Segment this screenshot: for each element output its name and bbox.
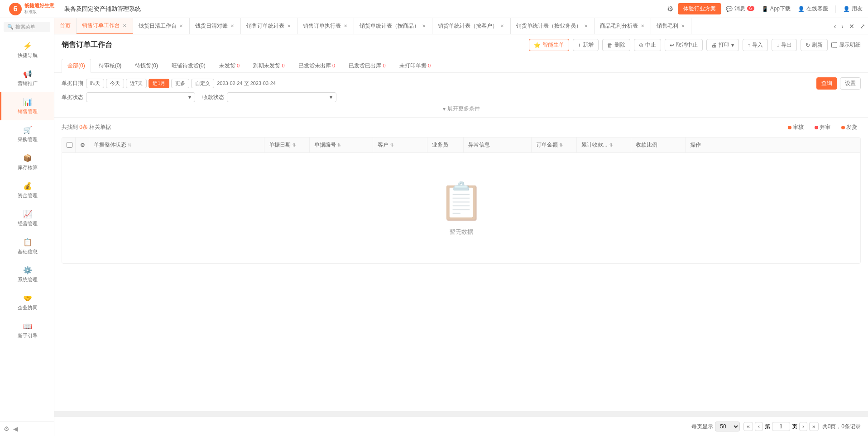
tab-close-icon[interactable]: ✕ (122, 23, 127, 28)
filter-settings-button[interactable]: 设置 (840, 77, 861, 90)
delete-button[interactable]: 🗑 删除 (602, 39, 630, 51)
cancel-audit-btn[interactable]: 弃审 (811, 122, 834, 133)
new-button[interactable]: + 新增 (573, 39, 599, 51)
tab-close-icon[interactable]: ✕ (286, 24, 292, 28)
page-number-input[interactable] (772, 422, 790, 431)
ship-action-btn[interactable]: 发货 (838, 122, 861, 133)
sort-icon[interactable]: ⇅ (337, 142, 341, 147)
app-download-btn[interactable]: 📱 App下载 (762, 5, 791, 13)
last-page-btn[interactable]: » (809, 422, 819, 431)
sub-tab-shipped-out[interactable]: 已发货已出库 0 (343, 59, 391, 72)
tab-sales-margin[interactable]: 销售毛利 ✕ (651, 18, 691, 34)
collapse-icon[interactable]: ◀ (13, 425, 18, 432)
sort-icon[interactable]: ⇅ (390, 142, 393, 147)
sort-icon[interactable]: ⇅ (128, 142, 131, 147)
next-page-btn[interactable]: › (799, 422, 807, 431)
tab-sales-workbench[interactable]: 销售订单工作台 ✕ (77, 18, 133, 34)
column-settings-icon[interactable]: ⚙ (80, 142, 85, 148)
import-button[interactable]: ↑ 导入 (743, 39, 768, 51)
detail-checkbox-input[interactable] (831, 42, 837, 48)
message-btn[interactable]: 💬 消息 6 (726, 5, 754, 13)
sub-tab-unshipped[interactable]: 未发货 0 (213, 59, 245, 72)
per-page-select[interactable]: 50 10 20 100 (715, 422, 740, 431)
query-button[interactable]: 查询 (816, 77, 837, 90)
sidebar-search[interactable]: 🔍 搜索菜单 (0, 18, 54, 36)
suspend-button[interactable]: ⊘ 中止 (634, 39, 661, 51)
audit-btn[interactable]: 审核 (784, 122, 807, 133)
tab-close-icon[interactable]: ✕ (499, 24, 505, 28)
sidebar-item-shortcut[interactable]: ⚡ 快捷导航 (0, 36, 54, 64)
status-select[interactable]: ▾ (86, 92, 195, 102)
sub-tab-all[interactable]: 全部(0) (62, 59, 91, 73)
industry-button[interactable]: 体验行业方案 (678, 3, 721, 14)
export-button[interactable]: ↓ 导出 (772, 39, 797, 51)
sidebar-item-marketing[interactable]: 📢 营销推广 (0, 64, 54, 92)
expand-filter-btn[interactable]: ▾ 展开更多条件 (443, 105, 480, 113)
sub-tab-unprinted[interactable]: 未打印单据 0 (393, 59, 436, 72)
payment-select[interactable]: ▾ (227, 92, 336, 102)
select-all-checkbox[interactable] (67, 142, 72, 148)
sort-icon[interactable]: ⇅ (559, 142, 563, 147)
tab-goods-stats[interactable]: 销货单统计表（按商品） ✕ (354, 18, 432, 34)
sidebar-item-system[interactable]: ⚙️ 系统管理 (0, 261, 54, 289)
sub-tab-pending-pick[interactable]: 待拣货(0) (129, 59, 164, 72)
sort-icon[interactable]: ⇅ (609, 142, 613, 147)
sidebar-item-sales[interactable]: 📊 销售管理 (0, 92, 54, 120)
tab-sales-exec[interactable]: 销售订单执行表 ✕ (297, 18, 354, 34)
cancel-suspend-button[interactable]: ↩ 取消中止 (665, 39, 703, 51)
tab-close-icon[interactable]: ✕ (640, 24, 645, 28)
tab-close-icon[interactable]: ✕ (583, 24, 589, 28)
date-btn-7days[interactable]: 近7天 (126, 79, 147, 88)
tab-close-icon[interactable]: ✕ (178, 24, 184, 28)
search-inner[interactable]: 🔍 搜索菜单 (4, 22, 50, 32)
tab-home[interactable]: 首页 (54, 18, 77, 34)
online-service-btn[interactable]: 👤 在线客服 (798, 5, 828, 13)
sidebar-item-coop[interactable]: 🤝 企业协同 (0, 289, 54, 317)
tab-margin-analysis[interactable]: 商品毛利分析表 ✕ (595, 18, 651, 34)
sidebar-item-operations[interactable]: 📈 经营管理 (0, 204, 54, 232)
sidebar-item-inventory[interactable]: 📦 库存核算 (0, 148, 54, 176)
sub-tab-wangpu[interactable]: 旺铺待发货(0) (166, 59, 211, 72)
tab-staff-stats[interactable]: 销货单统计表（按业务员） ✕ (511, 18, 595, 34)
date-btn-more[interactable]: 更多 (171, 79, 189, 88)
smart-gen-button[interactable]: ⭐ 智能生单 (529, 39, 569, 51)
tab-daily-clear[interactable]: 钱货日清工作台 ✕ (133, 18, 190, 34)
date-btn-1month[interactable]: 近1月 (149, 79, 169, 88)
tab-expand-btn[interactable]: ⤢ (857, 21, 868, 32)
sidebar-item-basic[interactable]: 📋 基础信息 (0, 232, 54, 261)
tab-customer-stats[interactable]: 销货单统计表（按客户） ✕ (432, 18, 511, 34)
date-btn-custom[interactable]: 自定义 (191, 79, 214, 88)
tab-reconcile[interactable]: 钱货日清对账 ✕ (190, 18, 241, 34)
tab-close-icon[interactable]: ✕ (343, 24, 348, 28)
print-button[interactable]: 🖨 打印 ▾ (706, 39, 739, 51)
first-page-btn[interactable]: « (743, 422, 753, 431)
user-btn[interactable]: 👤 用友 (843, 5, 863, 13)
sort-icon[interactable]: ⇅ (292, 142, 296, 147)
refresh-button[interactable]: ↻ 刷新 (801, 39, 828, 51)
sub-tab-pending-audit[interactable]: 待审核(0) (93, 59, 128, 72)
date-btn-today[interactable]: 今天 (106, 79, 124, 88)
empty-state: 📋 暂无数据 (62, 153, 860, 263)
tab-close-all-btn[interactable]: ✕ (846, 21, 857, 32)
tab-next-btn[interactable]: › (839, 21, 846, 32)
gear-icon[interactable]: ⚙ (667, 5, 673, 13)
horizontal-scrollbar[interactable] (54, 411, 868, 417)
tab-sales-stats[interactable]: 销售订单统计表 ✕ (241, 18, 297, 34)
sub-tab-overdue[interactable]: 到期未发货 0 (247, 59, 290, 72)
page-title: 销售订单工作台 (62, 40, 112, 50)
tab-prev-btn[interactable]: ‹ (831, 21, 839, 32)
prev-page-btn[interactable]: ‹ (755, 422, 763, 431)
tab-close-icon[interactable]: ✕ (680, 24, 686, 28)
sidebar-item-guide[interactable]: 📖 新手引导 (0, 317, 54, 345)
sidebar-item-finance[interactable]: 💰 资金管理 (0, 176, 54, 204)
sub-tab-shipped-not-out[interactable]: 已发货未出库 0 (293, 59, 341, 72)
sub-tab-label: 全部(0) (67, 62, 85, 69)
sub-tab-label: 未发货 (219, 62, 237, 69)
settings-bottom-icon[interactable]: ⚙ (4, 425, 10, 432)
show-detail-checkbox[interactable]: 显示明细 (831, 41, 861, 49)
tab-close-icon[interactable]: ✕ (421, 24, 427, 28)
tab-close-icon[interactable]: ✕ (230, 24, 235, 28)
filter-row-1: 单据日期 昨天 今天 近7天 近1月 更多 自定义 2023-02-24 至 2… (62, 77, 861, 90)
date-btn-yesterday[interactable]: 昨天 (86, 79, 104, 88)
sidebar-item-purchase[interactable]: 🛒 采购管理 (0, 120, 54, 148)
